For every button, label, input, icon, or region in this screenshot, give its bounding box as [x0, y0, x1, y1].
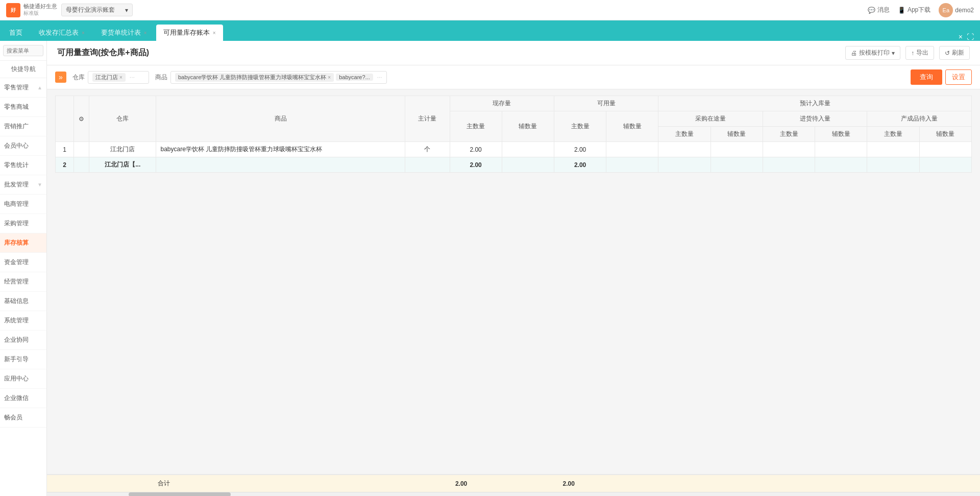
- th-settings: ⚙: [74, 96, 89, 142]
- th-product-pending: 产成品待入量: [867, 111, 972, 127]
- cell-settings-1: [74, 142, 89, 157]
- nav-tabs: 首页 收发存汇总表 × 要货单统计表 × 可用量库存账本 × × ⛶: [0, 20, 980, 41]
- settings-gear-icon[interactable]: ⚙: [79, 115, 84, 123]
- export-button[interactable]: ↑ 导出: [905, 46, 934, 60]
- sidebar-item-retail-stats[interactable]: 零售统计: [0, 156, 46, 175]
- industry-label: 母婴行业演示账套: [66, 6, 115, 14]
- sidebar-retail-mgmt-label: 零售管理: [4, 83, 29, 92]
- product-tag-remove[interactable]: ×: [328, 75, 331, 80]
- sidebar-marketing-label: 营销推广: [4, 122, 29, 131]
- product-filter-field: 商品 babycare学饮杯 儿童防摔防撞吸管杯重力球吸嘴杯宝宝水杯 × bab…: [155, 71, 387, 84]
- top-bar-right: 💬 消息 📱 App下载 Ea demo2: [868, 3, 974, 17]
- warehouse-tag-jiangbei: 江北门店 ×: [92, 73, 126, 82]
- product-tag-input[interactable]: babycare学饮杯 儿童防摔防撞吸管杯重力球吸嘴杯宝宝水杯 × babyca…: [170, 71, 387, 84]
- sidebar-item-app-center[interactable]: 应用中心: [0, 369, 46, 389]
- total-empty-4: [388, 479, 434, 488]
- th-purchase-transit: 采购在途量: [658, 111, 763, 127]
- sidebar-system-label: 系统管理: [4, 316, 29, 325]
- cell-pur-transit-aux-1: [710, 142, 763, 157]
- tab-available-stock[interactable]: 可用量库存账本 ×: [156, 25, 223, 41]
- query-button[interactable]: 查询: [911, 69, 942, 85]
- sidebar-item-inventory[interactable]: 库存核算: [0, 233, 46, 253]
- cell-available-main-1: 2.00: [554, 142, 606, 157]
- product-label: 商品: [155, 73, 167, 82]
- main-layout: 快捷导航 零售管理 ▲ 零售商城 营销推广 会员中心 零售统计 批发管理 ▼ 电…: [0, 41, 980, 496]
- sidebar-item-marketing[interactable]: 营销推广: [0, 117, 46, 136]
- content-area: 可用量查询(按仓库+商品) 🖨 按模板打印 ▾ ↑ 导出 ↺ 刷新 »: [47, 41, 980, 496]
- tab-home[interactable]: 首页: [2, 25, 30, 41]
- sidebar-item-system-mgmt[interactable]: 系统管理: [0, 311, 46, 330]
- chevron-up-icon: ▲: [37, 85, 42, 90]
- user-profile[interactable]: Ea demo2: [939, 3, 974, 17]
- warehouse-tag-input[interactable]: 江北门店 × ···: [88, 71, 149, 84]
- template-print-button[interactable]: 🖨 按模板打印 ▾: [845, 46, 900, 60]
- sidebar-item-new-guide[interactable]: 新手引导: [0, 350, 46, 369]
- scrollbar-thumb[interactable]: [129, 492, 231, 496]
- horizontal-scrollbar[interactable]: [47, 492, 980, 496]
- sidebar-basic-info-label: 基础信息: [4, 297, 29, 305]
- industry-selector[interactable]: 母婴行业演示账套 ▾: [61, 4, 133, 16]
- cell-product-main-2: [867, 157, 919, 173]
- settings-button[interactable]: 设置: [945, 69, 972, 85]
- th-inbound-main: 主数量: [763, 127, 815, 142]
- sidebar-item-member-center[interactable]: 会员中心: [0, 136, 46, 156]
- product-filter-dots-icon: ···: [377, 74, 382, 81]
- fullscreen-icon[interactable]: ⛶: [967, 33, 974, 41]
- search-input[interactable]: [3, 45, 43, 56]
- tab-receivable-summary[interactable]: 收发存汇总表 ×: [32, 25, 92, 41]
- tab-order-label: 要货单统计表: [101, 28, 141, 37]
- sidebar-retail-mall-label: 零售商城: [4, 103, 29, 111]
- cell-pur-transit-aux-2: [710, 157, 763, 173]
- sidebar-item-enterprise-collab[interactable]: 企业协同: [0, 330, 46, 350]
- sidebar-item-wholesale[interactable]: 批发管理 ▼: [0, 175, 46, 195]
- logo: 好 畅捷通好生意 标准版: [6, 3, 57, 17]
- th-available-aux: 辅数量: [606, 111, 658, 142]
- cell-settings-2: [74, 157, 89, 173]
- filter-expand-button[interactable]: »: [55, 72, 66, 83]
- close-tabs-icon[interactable]: ×: [959, 33, 963, 41]
- sidebar-item-purchase-mgmt[interactable]: 采购管理: [0, 214, 46, 233]
- message-icon: 💬: [868, 7, 875, 14]
- sidebar-inventory-label: 库存核算: [4, 239, 29, 247]
- cell-product-2: [156, 157, 405, 173]
- sidebar-retail-stats-label: 零售统计: [4, 161, 29, 170]
- tab-order-close[interactable]: ×: [144, 30, 147, 36]
- sidebar-item-retail-mgmt[interactable]: 零售管理 ▲: [0, 78, 46, 98]
- cell-warehouse-2: 江北门店【...: [89, 157, 156, 173]
- sidebar-item-quick-nav[interactable]: 快捷导航: [0, 61, 46, 78]
- tab-available-close[interactable]: ×: [213, 30, 216, 36]
- tab-order-stats[interactable]: 要货单统计表 ×: [94, 25, 154, 41]
- warehouse-tag-remove[interactable]: ×: [119, 75, 122, 80]
- sidebar-item-retail-mall[interactable]: 零售商城: [0, 98, 46, 117]
- app-download-button[interactable]: 📱 App下载: [898, 6, 930, 14]
- message-button[interactable]: 💬 消息: [868, 6, 890, 14]
- product-tag-text: babycare学饮杯 儿童防摔防撞吸管杯重力球吸嘴杯宝宝水杯: [178, 74, 326, 81]
- sidebar-item-operations[interactable]: 经营管理: [0, 272, 46, 292]
- cell-inbound-main-1: [763, 142, 815, 157]
- sidebar-wholesale-label: 批发管理: [4, 180, 29, 189]
- sidebar-item-basic-info[interactable]: 基础信息: [0, 292, 46, 311]
- table-row-group: 2 江北门店【... 2.00 2.00: [56, 157, 972, 173]
- sidebar-item-ecommerce[interactable]: 电商管理: [0, 195, 46, 214]
- total-empty-8: [811, 479, 864, 488]
- logo-sub: 标准版: [23, 10, 57, 17]
- sidebar-item-enterprise-wechat[interactable]: 企业微信: [0, 389, 46, 408]
- th-pur-transit-main: 主数量: [658, 127, 710, 142]
- total-empty-6: [703, 479, 756, 488]
- sidebar-finance-label: 资金管理: [4, 258, 29, 267]
- cell-available-aux-1: [606, 142, 658, 157]
- cell-product-aux-2: [919, 157, 971, 173]
- top-bar-left: 好 畅捷通好生意 标准版 母婴行业演示账套 ▾: [6, 3, 133, 17]
- top-bar: 好 畅捷通好生意 标准版 母婴行业演示账套 ▾ 💬 消息 📱 App下载 Ea …: [0, 0, 980, 20]
- cell-current-aux-1: [502, 142, 554, 157]
- sidebar-item-finance[interactable]: 资金管理: [0, 253, 46, 272]
- product-tag-babycare: babycare学饮杯 儿童防摔防撞吸管杯重力球吸嘴杯宝宝水杯 ×: [175, 73, 334, 82]
- tab-receivable-close[interactable]: ×: [82, 30, 85, 36]
- nav-tabs-right: × ⛶: [959, 33, 980, 41]
- sidebar-member-label: 会员中心: [4, 141, 29, 150]
- refresh-button[interactable]: ↺ 刷新: [939, 46, 970, 60]
- th-product: 商品: [156, 96, 405, 142]
- cell-inbound-aux-2: [815, 157, 867, 173]
- sidebar-item-vip[interactable]: 畅会员: [0, 408, 46, 428]
- total-current-main: 2.00: [434, 479, 488, 488]
